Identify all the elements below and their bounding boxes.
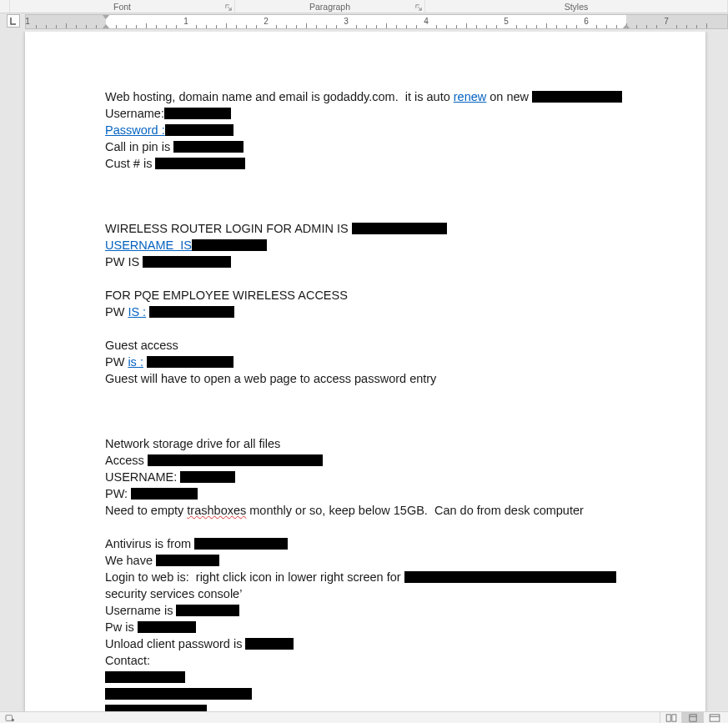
ruler-number: 7 (664, 17, 669, 26)
document-line: Network storage drive for all files (105, 435, 625, 452)
document-line: Guest access (105, 337, 625, 354)
document-viewport[interactable]: Web hosting, domain name and email is go… (0, 32, 728, 711)
document-line: PW is : (105, 354, 625, 370)
ribbon-group-font-label: Font (113, 2, 131, 12)
redacted-text (194, 538, 288, 550)
redacted-text (164, 108, 231, 119)
status-bar (0, 711, 728, 723)
spelling-error[interactable]: trashboxes (187, 504, 246, 517)
ruler-number: 1 (183, 17, 188, 26)
document-line: Call in pin is (105, 138, 625, 155)
ribbon-group-font: Font (10, 0, 235, 13)
hyperlink[interactable]: renew (454, 90, 487, 103)
svg-rect-6 (710, 714, 720, 720)
web-layout-view-button[interactable] (703, 712, 725, 724)
document-line: Antivirus is from (105, 535, 625, 552)
horizontal-ruler[interactable]: 12345671 (25, 14, 728, 29)
redacted-text (143, 256, 231, 268)
ruler-gutter (0, 13, 25, 32)
hyperlink[interactable]: is : (128, 355, 143, 369)
document-line: Access (105, 452, 625, 469)
redacted-text (532, 91, 622, 103)
redacted-text (131, 488, 198, 500)
ruler-area: 12345671 (0, 13, 728, 32)
hyperlink[interactable]: Password : (105, 123, 165, 137)
hyperlink[interactable]: USERNAME IS (105, 238, 192, 252)
ribbon-group-styles-label: Styles (565, 2, 589, 12)
blank-line (105, 387, 625, 435)
document-line: Contact: (105, 652, 625, 669)
svg-point-1 (12, 718, 14, 720)
redacted-text (156, 555, 219, 566)
redacted-text (138, 621, 196, 633)
redacted-text (105, 688, 252, 700)
read-mode-view-button[interactable] (660, 712, 681, 724)
redacted-text (352, 223, 447, 234)
paragraph-dialog-launcher[interactable] (414, 3, 423, 12)
blank-line (105, 172, 625, 220)
document-line: WIRELESS ROUTER LOGIN FOR ADMIN IS (105, 220, 625, 237)
document-line: USERNAME: (105, 469, 625, 485)
ribbon-group-labels: Font Paragraph Styles (0, 0, 728, 13)
document-line: Pw is (105, 619, 625, 635)
redacted-text (173, 141, 244, 153)
ruler-number: 5 (504, 17, 509, 26)
redacted-text (180, 471, 235, 483)
document-line: Login to web is: right click icon in low… (105, 569, 625, 585)
document-line: Password : (105, 122, 625, 138)
document-line: Username: (105, 105, 625, 122)
ruler-number: 3 (344, 17, 349, 26)
redacted-text (147, 356, 233, 368)
ruler-number: 6 (584, 17, 589, 26)
hyperlink[interactable]: IS : (128, 305, 146, 319)
redacted-text (165, 124, 233, 136)
document-line (105, 685, 625, 702)
macro-recording-icon[interactable] (5, 710, 15, 724)
hanging-indent-marker[interactable] (102, 24, 110, 29)
document-line (105, 669, 625, 685)
redacted-text (192, 239, 267, 251)
svg-rect-2 (666, 714, 670, 720)
document-line: PW IS : (105, 304, 625, 320)
document-page: Web hosting, domain name and email is go… (25, 32, 705, 711)
svg-rect-4 (689, 714, 695, 720)
document-line: Guest will have to open a web page to ac… (105, 370, 625, 387)
document-line: USERNAME IS (105, 237, 625, 254)
ribbon-group-stub (0, 0, 10, 13)
ruler-number: 4 (424, 17, 429, 26)
document-line: FOR PQE EMPLOYEE WIRELESS ACCESS (105, 287, 625, 304)
ribbon-group-paragraph-label: Paragraph (309, 2, 350, 12)
svg-rect-0 (6, 715, 13, 720)
right-indent-marker[interactable] (622, 24, 630, 29)
redacted-text (404, 571, 616, 583)
document-line: We have (105, 552, 625, 569)
blank-line (105, 320, 625, 337)
redacted-text (105, 671, 185, 683)
blank-line (105, 270, 625, 287)
document-line: Need to empty trashboxes monthly or so, … (105, 502, 625, 519)
redacted-text (176, 605, 239, 616)
ribbon-group-paragraph: Paragraph (235, 0, 425, 13)
font-dialog-launcher[interactable] (224, 3, 233, 12)
ribbon-group-styles: Styles (425, 0, 728, 13)
redacted-text (245, 638, 294, 650)
document-line (105, 702, 625, 711)
redacted-text (149, 306, 234, 318)
document-line: Cust # is (105, 155, 625, 172)
redacted-text (155, 158, 245, 169)
document-line: Unload client password is (105, 635, 625, 652)
blank-line (105, 519, 625, 535)
tab-stop-selector[interactable] (7, 14, 20, 28)
document-line: Web hosting, domain name and email is go… (105, 88, 625, 105)
ruler-number: 2 (264, 17, 269, 26)
document-line: security services console’ (105, 585, 625, 602)
document-line: PW IS (105, 254, 625, 270)
redacted-text (105, 705, 207, 711)
ruler-number: 1 (25, 17, 30, 26)
document-line: PW: (105, 485, 625, 502)
redacted-text (148, 454, 323, 466)
svg-rect-3 (671, 714, 675, 720)
print-layout-view-button[interactable] (681, 712, 703, 724)
document-line: Username is (105, 602, 625, 619)
first-line-indent-marker[interactable] (102, 14, 110, 19)
